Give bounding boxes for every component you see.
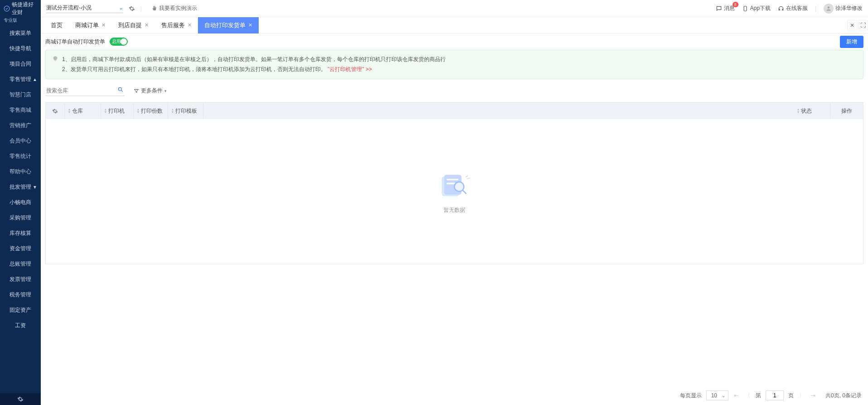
pager-summary: 共0页, 0条记录 <box>825 392 862 400</box>
svg-rect-1 <box>744 6 747 11</box>
page-size-select[interactable]: 10 ⌄ <box>706 391 728 400</box>
cloud-printer-link[interactable]: "云打印机管理" >> <box>328 66 372 72</box>
sidebar-item-1[interactable]: 快捷导航 <box>0 41 41 56</box>
enable-toggle[interactable]: 启用 <box>110 38 128 46</box>
sidebar-item-10[interactable]: 批发管理▼ <box>0 179 41 195</box>
download-button[interactable]: App下载 <box>742 5 771 12</box>
phone-icon <box>742 5 748 12</box>
close-icon[interactable]: ✕ <box>188 22 192 28</box>
caret-icon: ▲ <box>33 77 37 82</box>
tabbar: 首页商城订单✕到店自提✕售后服务✕自动打印发货单✕ ✕ ⛶ <box>41 17 868 33</box>
info-line-2: 2、发货单只可用云打印机来打，如果只有本地打印机，须将本地打印机添加为云打印机，… <box>62 65 446 75</box>
user-icon <box>825 5 832 12</box>
search-box <box>45 86 125 96</box>
page-first[interactable]: ⇤ <box>733 392 739 399</box>
search-input[interactable] <box>45 86 125 96</box>
sidebar-item-8[interactable]: 零售统计 <box>0 148 41 164</box>
subheader-label: 商城订单自动打印发货单 <box>45 38 105 46</box>
svg-rect-8 <box>447 182 455 184</box>
logo: 畅捷通好业财 <box>0 0 41 17</box>
topbar: 测试分开流程-小况 ⌄ | 我要看实例演示 消息 8 App下载 <box>41 0 868 17</box>
close-icon[interactable]: ✕ <box>145 22 149 28</box>
sidebar-item-18[interactable]: 固定资产 <box>0 302 41 318</box>
sidebar-item-14[interactable]: 资金管理 <box>0 241 41 256</box>
gear-icon <box>129 5 135 12</box>
sidebar-item-11[interactable]: 小畅电商 <box>0 195 41 210</box>
svg-rect-7 <box>447 179 458 181</box>
close-icon[interactable]: ✕ <box>248 22 252 28</box>
tab-close-all[interactable]: ✕ <box>847 20 857 30</box>
page-next[interactable]: 〉 <box>798 392 805 400</box>
page-prev[interactable]: 〈 <box>744 392 751 400</box>
sidebar-item-12[interactable]: 采购管理 <box>0 210 41 225</box>
message-badge: 8 <box>733 2 738 7</box>
headset-icon <box>778 5 784 12</box>
more-conditions[interactable]: 更多条件 ▾ <box>134 87 167 95</box>
svg-line-4 <box>121 91 123 92</box>
sidebar-item-15[interactable]: 总账管理 <box>0 256 41 272</box>
breadcrumb[interactable]: 测试分开流程-小况 ⌄ <box>46 4 123 13</box>
tab-2[interactable]: 到店自提✕ <box>112 17 155 33</box>
sidebar-item-16[interactable]: 发票管理 <box>0 272 41 287</box>
col-printer[interactable]: ▴▾打印机 <box>101 103 134 119</box>
sidebar-item-0[interactable]: 搜索菜单 <box>0 25 41 41</box>
sidebar-item-9[interactable]: 帮助中心 <box>0 164 41 179</box>
svg-line-10 <box>463 190 467 194</box>
svg-point-2 <box>828 6 830 9</box>
sidebar-item-13[interactable]: 库存核算 <box>0 225 41 241</box>
empty-icon <box>434 169 475 201</box>
gear-icon <box>17 396 24 402</box>
sidebar-item-5[interactable]: 零售商城 <box>0 102 41 118</box>
tab-4[interactable]: 自动打印发货单✕ <box>198 17 259 33</box>
brand-name: 畅捷通好业财 <box>12 1 37 16</box>
col-template[interactable]: ▴▾打印模板 <box>168 103 203 119</box>
demo-link[interactable]: 我要看实例演示 <box>151 5 197 12</box>
breadcrumb-title: 测试分开流程-小况 <box>46 4 92 12</box>
sidebar-settings[interactable] <box>0 393 41 405</box>
data-table: ▴▾仓库 ▴▾打印机 ▴▾打印份数 ▴▾打印模板 ▴▾状态 操作 暂无数据 <box>45 102 863 264</box>
col-action: 操作 <box>830 103 863 119</box>
col-warehouse[interactable]: ▴▾仓库 <box>65 103 101 119</box>
sidebar-item-4[interactable]: 智慧门店 <box>0 87 41 102</box>
avatar <box>824 4 834 14</box>
column-settings[interactable] <box>46 103 65 119</box>
info-line-1: 1、启用后，商城下单付款成功后（如果有审核是在审核之后），自动打印发货单。如果一… <box>62 55 446 65</box>
chevron-down-icon: ▾ <box>164 89 167 93</box>
messages-button[interactable]: 消息 8 <box>716 5 735 12</box>
svg-point-0 <box>4 6 10 11</box>
empty-state: 暂无数据 <box>46 119 863 264</box>
close-icon[interactable]: ✕ <box>101 22 106 28</box>
gear-icon <box>52 108 58 114</box>
sidebar-item-2[interactable]: 项目合同 <box>0 56 41 71</box>
col-status[interactable]: ▴▾状态 <box>203 103 830 119</box>
tab-0[interactable]: 首页 <box>44 17 69 33</box>
breadcrumb-settings[interactable] <box>129 5 135 12</box>
user-menu[interactable]: 徐泽华修改 <box>824 4 863 14</box>
sidebar-item-19[interactable]: 工资 <box>0 318 41 333</box>
page-input[interactable] <box>766 391 784 400</box>
chevron-down-icon: ⌄ <box>119 5 123 11</box>
sidebar-item-17[interactable]: 税务管理 <box>0 287 41 302</box>
subheader: 商城订单自动打印发货单 启用 新增 <box>41 33 868 50</box>
page-last[interactable]: ⇥ <box>810 392 816 399</box>
pager: 每页显示 10 ⌄ ⇤ 〈 第 页 〉 ⇥ 共0页, 0条记录 <box>680 391 862 400</box>
tab-3[interactable]: 售后服务✕ <box>155 17 198 33</box>
sidebar-item-7[interactable]: 会员中心 <box>0 133 41 148</box>
svg-point-3 <box>118 88 121 91</box>
bulb-icon <box>52 56 58 74</box>
fullscreen-button[interactable]: ⛶ <box>858 20 868 30</box>
tab-1[interactable]: 商城订单✕ <box>69 17 112 33</box>
add-button[interactable]: 新增 <box>840 36 863 48</box>
chat-icon <box>716 5 722 12</box>
search-icon[interactable] <box>117 86 124 93</box>
caret-icon: ▼ <box>33 185 37 190</box>
hand-icon <box>151 5 157 12</box>
info-box: 1、启用后，商城下单付款成功后（如果有审核是在审核之后），自动打印发货单。如果一… <box>45 50 863 79</box>
sidebar-item-3[interactable]: 零售管理▲ <box>0 71 41 87</box>
sidebar-item-6[interactable]: 营销推广 <box>0 118 41 133</box>
sidebar: 畅捷通好业财 专业版 搜索菜单快捷导航项目合同零售管理▲智慧门店零售商城营销推广… <box>0 0 41 405</box>
logo-icon <box>4 5 10 13</box>
customer-service-button[interactable]: 在线客服 <box>778 5 808 12</box>
col-copies[interactable]: ▴▾打印份数 <box>134 103 168 119</box>
brand-edition: 专业版 <box>0 17 41 25</box>
